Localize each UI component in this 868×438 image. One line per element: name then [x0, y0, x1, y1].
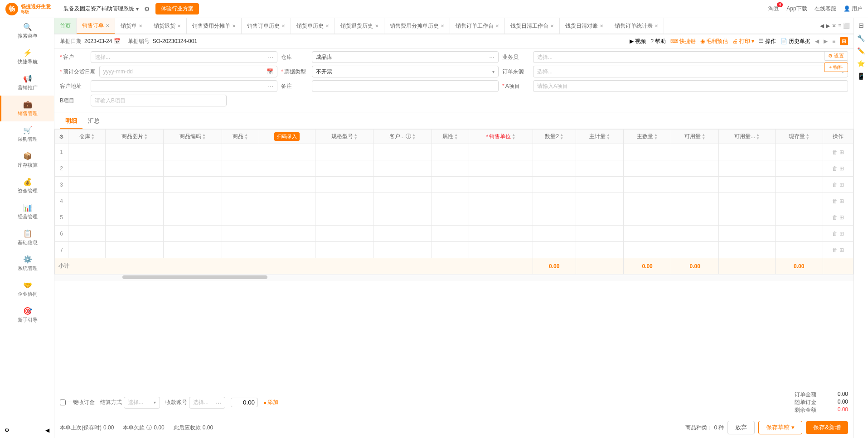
print-dropdown-arrow[interactable]: ▾: [752, 38, 754, 44]
th-available2[interactable]: 可用量...▲▼: [719, 130, 775, 144]
tab-sales-expense-close[interactable]: ✕: [232, 24, 236, 29]
th-unit[interactable]: *销售单位▲▼: [469, 130, 533, 144]
tab-cash-daily-close[interactable]: ✕: [550, 24, 554, 29]
tab-cash-reconcile-close[interactable]: ✕: [600, 24, 603, 29]
addr-input[interactable]: ···: [91, 80, 277, 92]
th-code[interactable]: 商品编码▲▼: [164, 130, 222, 144]
print-btn[interactable]: 🖨 打印 ▾: [732, 38, 754, 45]
sidebar-item-quick-nav[interactable]: ⚡ 快捷导航: [0, 44, 54, 70]
history-btn[interactable]: 📄 历史单据: [781, 38, 810, 45]
horizontal-scrollbar[interactable]: [54, 275, 853, 281]
sidebar-item-business[interactable]: 📊 经营管理: [0, 199, 54, 225]
rp-icon-1[interactable]: ⊟: [858, 22, 864, 29]
row-delete-icon[interactable]: 🗑: [832, 198, 838, 204]
row-delete-icon[interactable]: 🗑: [832, 149, 838, 155]
tab-sales-slip[interactable]: 销货单 ✕: [115, 18, 148, 34]
calendar2-icon[interactable]: 📅: [267, 68, 273, 75]
staff-input[interactable]: 选择... ···: [533, 51, 848, 63]
order-no-value[interactable]: SO-20230324-001: [152, 38, 197, 44]
rp-icon-4[interactable]: ⭐: [857, 60, 865, 67]
row-delete-icon[interactable]: 🗑: [832, 165, 838, 172]
sidebar-item-search[interactable]: 🔍 搜索菜单: [0, 18, 54, 44]
info-icon[interactable]: ⓘ: [146, 424, 152, 432]
tab-menu-icon[interactable]: ≡: [838, 23, 841, 29]
view-btn[interactable]: ▶ 视频: [630, 38, 646, 45]
sidebar-item-finance[interactable]: 💰 资金管理: [0, 173, 54, 199]
sidebar-item-purchase[interactable]: 🛒 采购管理: [0, 121, 54, 147]
th-spec[interactable]: 规格型号▲▼: [315, 130, 373, 144]
th-gear[interactable]: ⚙: [55, 130, 68, 144]
order-source-input[interactable]: 选择... ▾: [533, 66, 848, 77]
online-service-link[interactable]: 在线客服: [815, 5, 836, 13]
tab-sales-order-close[interactable]: ✕: [106, 23, 109, 28]
th-stock[interactable]: 现存量▲▼: [775, 130, 823, 144]
row-copy-icon[interactable]: ⊞: [839, 214, 844, 221]
row-delete-icon[interactable]: 🗑: [832, 182, 838, 188]
tab-sales-workbench-close[interactable]: ✕: [495, 24, 499, 29]
payment-method-arrow[interactable]: ▾: [154, 400, 156, 405]
row-delete-icon[interactable]: 🗑: [832, 214, 838, 221]
sidebar-settings-icon[interactable]: ⚙: [5, 427, 10, 433]
sidebar-item-system[interactable]: ⚙️ 系统管理: [0, 250, 54, 276]
invoice-select[interactable]: 不开票 ▾: [312, 66, 499, 77]
th-main-qty[interactable]: 主数量▲▼: [623, 130, 671, 144]
add-payment-btn[interactable]: ● 添加: [263, 399, 278, 406]
th-warehouse[interactable]: 仓库▲▼: [68, 130, 106, 144]
th-attr[interactable]: 属性▲▼: [432, 130, 469, 144]
th-product[interactable]: 商品▲▼: [222, 130, 259, 144]
sidebar-item-sales[interactable]: 💼 销售管理: [0, 96, 54, 121]
sidebar-item-basic[interactable]: 📋 基础信息: [0, 225, 54, 250]
calendar-icon[interactable]: 📅: [114, 38, 121, 44]
shortcut-btn[interactable]: ⌨ 快捷键: [670, 38, 696, 45]
rp-icon-3[interactable]: ✏️: [857, 47, 865, 54]
date-value[interactable]: 2023-03-24 📅: [84, 38, 121, 44]
tab-expand-icon[interactable]: ⬜: [843, 23, 850, 29]
tab-sales-order-history-close[interactable]: ✕: [281, 24, 285, 29]
payment-account-more[interactable]: ···: [216, 399, 221, 406]
sidebar-item-guide[interactable]: 🎯 新手引导: [0, 302, 54, 328]
tab-sales-stats[interactable]: 销售订单统计表 ✕: [609, 18, 664, 34]
row-copy-icon[interactable]: ⊞: [839, 247, 844, 253]
addr-more-btn[interactable]: ···: [268, 82, 273, 90]
rp-icon-5[interactable]: 📱: [857, 72, 865, 80]
row-copy-icon[interactable]: ⊞: [839, 149, 844, 155]
profit-btn[interactable]: ◉ 毛利预估: [700, 38, 728, 45]
save-draft-dropdown-arrow[interactable]: ▾: [791, 424, 795, 431]
row-delete-icon[interactable]: 🗑: [832, 231, 838, 237]
settings-btn[interactable]: ⚙ 设置: [824, 51, 848, 61]
tab-sales-return-close[interactable]: ✕: [177, 24, 181, 29]
tab-sales-expense-history[interactable]: 销售费用分摊单历史 ✕: [384, 18, 450, 34]
gear-header-icon[interactable]: ⚙: [59, 134, 64, 140]
th-available[interactable]: 可用量▲▼: [671, 130, 719, 144]
sidebar-item-cooperation[interactable]: 🤝 企业协同: [0, 276, 54, 302]
tab-sales-order[interactable]: 销售订单 ✕: [77, 18, 115, 34]
tab-next-arrow[interactable]: ▶: [826, 23, 830, 29]
tab-close-all[interactable]: ✕: [832, 23, 836, 29]
warehouse-input[interactable]: 成品库 ···: [312, 51, 499, 63]
card-view[interactable]: ⊞: [840, 37, 848, 45]
industry-btn[interactable]: 体验行业方案: [155, 3, 199, 14]
table-container[interactable]: ⚙ 仓库▲▼ 商品图片▲▼ 商品编码▲▼ 商品▲▼: [54, 129, 853, 388]
chat-notification[interactable]: 淘豆 9: [768, 5, 779, 13]
payment-method-select[interactable]: 选择... ▾: [124, 397, 160, 409]
help-btn[interactable]: ? 帮助: [650, 38, 666, 45]
th-main-unit[interactable]: 主计量▲▼: [576, 130, 623, 144]
grid-view[interactable]: ≡: [832, 38, 835, 44]
th-customer-code[interactable]: 客户...ⓘ▲▼: [373, 130, 432, 144]
save-draft-btn[interactable]: 保存草稿 ▾: [758, 421, 802, 434]
tab-home[interactable]: 首页: [54, 18, 77, 34]
rp-icon-2[interactable]: 🔧: [857, 34, 865, 42]
one-click-checkbox[interactable]: 一键收订金: [60, 399, 95, 406]
th-qty2[interactable]: 数量2▲▼: [533, 130, 576, 144]
sidebar-collapse-icon[interactable]: ◀: [45, 427, 49, 433]
tab-cash-reconcile[interactable]: 钱货日清对账 ✕: [560, 18, 609, 34]
operation-btn[interactable]: ☰ 操作: [759, 38, 776, 45]
payment-amount-input[interactable]: [231, 398, 258, 407]
nav-prev[interactable]: ◀: [815, 38, 819, 44]
remark-input[interactable]: [312, 80, 499, 92]
tab-sales-slip-close[interactable]: ✕: [139, 24, 142, 29]
one-click-input[interactable]: [60, 399, 66, 405]
discard-btn[interactable]: 放弃: [727, 421, 755, 434]
tab-sales-return-history-close[interactable]: ✕: [375, 24, 378, 29]
row-copy-icon[interactable]: ⊞: [839, 182, 844, 188]
